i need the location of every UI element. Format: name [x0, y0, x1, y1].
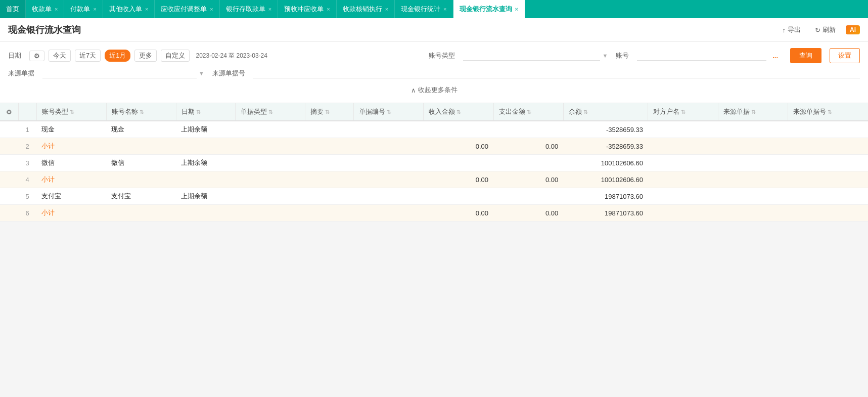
table-row[interactable]: 3微信微信上期余额100102606.60	[0, 155, 868, 171]
cell-summary	[305, 121, 354, 138]
date-custom[interactable]: 自定义	[161, 50, 190, 62]
nav-close-ar-ap-adjust[interactable]: ×	[210, 6, 213, 12]
account-type-input[interactable]	[463, 51, 601, 61]
date-yesterday[interactable]: ⚙	[29, 51, 44, 61]
settings-button[interactable]: 设置	[830, 48, 860, 63]
query-button[interactable]: 查询	[790, 48, 821, 63]
date-1month[interactable]: 近1月	[105, 50, 130, 62]
cell-index: 6	[18, 205, 36, 222]
sort-source-doc[interactable]: ⇅	[751, 109, 756, 115]
filter-row-1: 日期 ⚙ 今天 近7天 近1月 更多 自定义 2023-02-24 至 2023…	[8, 48, 860, 63]
col-settings[interactable]: ⚙	[0, 103, 18, 121]
nav-item-cash-bank-stat[interactable]: 现金银行统计×	[395, 0, 453, 18]
account-input-wrap: ...	[637, 51, 782, 61]
cell-index: 2	[18, 138, 36, 155]
sort-account-name[interactable]: ⇅	[140, 109, 144, 115]
col-summary: 摘要⇅	[305, 103, 354, 121]
sort-account-type[interactable]: ⇅	[70, 109, 74, 115]
cell-expense: 0.00	[493, 205, 563, 222]
account-type-chevron: ▼	[602, 53, 608, 59]
col-doc-type: 单据类型⇅	[235, 103, 305, 121]
cell-account_name: 支付宝	[106, 188, 176, 205]
ai-button[interactable]: Ai	[846, 25, 860, 34]
cell-summary	[305, 205, 354, 222]
cell-source_doc	[718, 138, 788, 155]
cell-index: 5	[18, 188, 36, 205]
cell-date	[176, 138, 235, 155]
nav-close-cash-bank-flow[interactable]: ×	[515, 6, 518, 12]
cell-counterpart	[648, 171, 718, 188]
sort-doc-num[interactable]: ⇅	[387, 109, 391, 115]
cell-expense: 0.00	[493, 138, 563, 155]
nav-close-receipt-verify[interactable]: ×	[385, 6, 388, 12]
refresh-button[interactable]: ↻ 刷新	[811, 23, 840, 36]
table-row[interactable]: 5支付宝支付宝上期余额19871073.60	[0, 188, 868, 205]
nav-item-other-income[interactable]: 其他收入单×	[103, 0, 155, 18]
cell-account_type: 小计	[36, 205, 106, 222]
sort-source-doc-num[interactable]: ⇅	[828, 109, 832, 115]
export-button[interactable]: ↑ 导出	[779, 23, 805, 36]
source-doc-input[interactable]	[42, 68, 197, 78]
nav-item-ar-ap-adjust[interactable]: 应收应付调整单×	[155, 0, 219, 18]
nav-item-receipt-verify[interactable]: 收款核销执行×	[337, 0, 395, 18]
cell-index: 4	[18, 171, 36, 188]
refresh-icon: ↻	[815, 26, 820, 34]
source-doc-num-input[interactable]	[253, 68, 860, 78]
cell-account_name	[106, 171, 176, 188]
export-icon: ↑	[783, 26, 786, 34]
cell-income: 0.00	[424, 171, 493, 188]
cell-account_type: 小计	[36, 138, 106, 155]
table-row[interactable]: 1现金现金上期余额-3528659.33	[0, 121, 868, 138]
cell-summary	[305, 138, 354, 155]
page-header: 现金银行流水查询 ↑ 导出 ↻ 刷新 Ai	[0, 18, 868, 42]
nav-item-home[interactable]: 首页	[0, 0, 26, 18]
table-row[interactable]: 2小计0.000.00-3528659.33	[0, 138, 868, 155]
nav-item-payment[interactable]: 付款单×	[64, 0, 103, 18]
nav-close-bank-deposit[interactable]: ×	[268, 6, 271, 12]
cell-doc_type	[235, 121, 305, 138]
nav-close-receipt[interactable]: ×	[55, 6, 58, 12]
cell-income: 0.00	[424, 138, 493, 155]
cell-expense: 0.00	[493, 171, 563, 188]
sort-date[interactable]: ⇅	[196, 109, 201, 115]
collapse-up-icon: ∧	[411, 86, 416, 94]
cell-source_doc_num	[788, 171, 868, 188]
col-doc-num: 单据编号⇅	[354, 103, 424, 121]
cell-account_type: 支付宝	[36, 188, 106, 205]
table-row[interactable]: 6小计0.000.0019871073.60	[0, 205, 868, 222]
account-input[interactable]	[637, 51, 766, 61]
date-today[interactable]: 今天	[49, 50, 71, 62]
cell-counterpart	[648, 155, 718, 171]
date-more[interactable]: 更多	[134, 50, 157, 62]
sort-doc-type[interactable]: ⇅	[268, 109, 273, 115]
cell-index: 3	[18, 155, 36, 171]
table-row[interactable]: 4小计0.000.00100102606.60	[0, 171, 868, 188]
cell-settings	[0, 171, 18, 188]
nav-item-bank-deposit[interactable]: 银行存取款单×	[220, 0, 278, 18]
nav-close-payment[interactable]: ×	[93, 6, 96, 12]
nav-close-pre-collection[interactable]: ×	[327, 6, 330, 12]
sort-counterpart[interactable]: ⇅	[681, 109, 686, 115]
col-account-type: 账号类型⇅	[36, 103, 106, 121]
filter-area: 日期 ⚙ 今天 近7天 近1月 更多 自定义 2023-02-24 至 2023…	[0, 42, 868, 103]
sort-expense[interactable]: ⇅	[527, 109, 531, 115]
cell-date: 上期余额	[176, 121, 235, 138]
sort-income[interactable]: ⇅	[456, 109, 461, 115]
sort-balance[interactable]: ⇅	[583, 109, 588, 115]
cell-index: 1	[18, 121, 36, 138]
collapse-bar[interactable]: ∧ 收起更多条件	[8, 83, 860, 97]
nav-close-other-income[interactable]: ×	[145, 6, 148, 12]
nav-item-receipt[interactable]: 收款单×	[26, 0, 64, 18]
account-dots[interactable]: ...	[772, 52, 778, 60]
cell-account_name: 现金	[106, 121, 176, 138]
nav-item-cash-bank-flow[interactable]: 现金银行流水查询×	[453, 0, 525, 18]
sort-summary[interactable]: ⇅	[325, 109, 330, 115]
date-7days[interactable]: 近7天	[75, 50, 101, 62]
col-index	[18, 103, 36, 121]
cell-source_doc_num	[788, 121, 868, 138]
cell-settings	[0, 205, 18, 222]
nav-close-cash-bank-stat[interactable]: ×	[443, 6, 446, 12]
nav-item-pre-collection[interactable]: 预收冲应收单×	[278, 0, 336, 18]
account-type-label: 账号类型	[429, 51, 455, 60]
cell-income	[424, 121, 493, 138]
